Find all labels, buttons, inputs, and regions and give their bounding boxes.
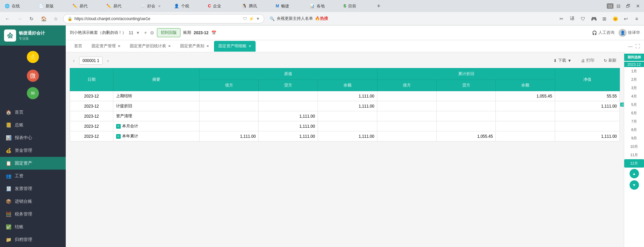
haohui-label: 好会 <box>147 3 155 9</box>
print-btn[interactable]: 🖨 打印 <box>578 56 598 65</box>
browser-tab-yidai1[interactable]: ✏️ 易代 <box>69 1 103 11</box>
period-month-7[interactable]: 7月 <box>624 117 644 126</box>
period-month-9[interactable]: 9月 <box>624 134 644 142</box>
period-month-1[interactable]: 1月 <box>624 67 644 75</box>
tab-asset-detail-ledger[interactable]: 固定资产明细账 ✕ <box>214 41 256 52</box>
browser-restore-btn[interactable]: 🗗 <box>624 1 633 11</box>
tab-asset-category-close[interactable]: ✕ <box>206 44 209 48</box>
sidebar-item-sales-ledger[interactable]: 📦 进销台账 <box>0 195 66 208</box>
sidebar-item-reports[interactable]: 📊 报表中心 <box>0 131 66 144</box>
tab-asset-detail-ledger-close[interactable]: ✕ <box>249 44 251 48</box>
url-box[interactable]: 🔒 https://cloud.chanjet.com/accounting/u… <box>63 14 264 23</box>
browser-tab-muqian[interactable]: S 目前 <box>340 1 374 11</box>
sidebar-item-funds[interactable]: 💰 资金管理 <box>0 144 66 157</box>
period-month-3[interactable]: 3月 <box>624 84 644 92</box>
online-favicon: 🌐 <box>5 4 10 8</box>
shield2-icon[interactable]: 🛡 <box>578 14 588 23</box>
period-scroll-up[interactable]: ▲ <box>630 169 639 178</box>
scissors-icon[interactable]: ✂ <box>557 14 566 23</box>
theme-icon[interactable]: 🌞 <box>610 14 620 23</box>
grid-icon[interactable]: ⊞ <box>600 14 609 23</box>
sidebar-item-closing[interactable]: ✅ 结账 <box>0 221 66 233</box>
sidebar-item-tax[interactable]: 🧮 税务管理 <box>0 208 66 221</box>
tab-count-badge[interactable]: 11 <box>607 3 613 9</box>
support-btn[interactable]: 🎧 人工咨询 <box>592 30 614 36</box>
sidebar-item-archive[interactable]: 📁 归档管理 <box>0 233 66 246</box>
browser-close-btn[interactable]: ✕ <box>633 1 643 11</box>
browser-tab-haohui[interactable]: ☁️ 好会 ✕ <box>137 1 170 11</box>
period-month-6[interactable]: 6月 <box>624 109 644 117</box>
browser-tab-tengxun[interactable]: 🐧 腾讯 <box>238 1 272 11</box>
browser-menu-btn[interactable]: ⊟ <box>614 1 623 11</box>
period-month-4[interactable]: 4月 <box>624 92 644 101</box>
switch-version-btn[interactable]: 切到旧版 <box>157 28 180 37</box>
reload-btn[interactable]: ↻ <box>27 14 36 23</box>
dropdown-icon[interactable]: ▼ <box>136 30 140 35</box>
expand-tab-btn[interactable]: ⛶ <box>635 44 640 49</box>
home-icon: 🏠 <box>5 109 11 115</box>
page-input[interactable]: 000001 1 <box>79 57 103 65</box>
user-info[interactable]: 👤 徐译华 <box>619 29 640 37</box>
changjie-favicon: M <box>276 4 279 8</box>
more-icon[interactable]: ≡ <box>632 14 641 23</box>
tab-depreciation-stats-close[interactable]: ✕ <box>168 44 171 48</box>
period-month-11[interactable]: 11月 <box>624 151 644 159</box>
sidebar-label-general-ledger: 总账 <box>15 122 23 128</box>
topbar-right: 🎧 人工咨询 👤 徐译华 <box>592 29 640 37</box>
search-text: 央视更新主持人名单 <box>277 16 313 21</box>
tab-fixed-asset-management[interactable]: 固定资产管理 ✕ <box>87 41 125 52</box>
star-quick-btn[interactable]: ⭐ <box>27 51 39 63</box>
add-account-btn[interactable]: + <box>144 30 147 36</box>
weibo-quick-btn[interactable]: 微 <box>27 70 39 82</box>
row4-date: 2023-12 <box>70 121 113 131</box>
game-icon[interactable]: 🎮 <box>589 14 598 23</box>
browser-tab-changjie[interactable]: M 畅捷 <box>272 1 306 11</box>
period-month-10[interactable]: 10月 <box>624 142 644 151</box>
mail-quick-btn[interactable]: ✉ <box>27 87 39 99</box>
tab-depreciation-stats[interactable]: 固定资产折旧统计表 ✕ <box>125 41 175 52</box>
period-month-5[interactable]: 5月 <box>624 101 644 109</box>
th-accumulated-dep: 累计折旧 <box>377 68 555 80</box>
tab-expand-area: — ⛶ <box>628 44 640 49</box>
search-bar[interactable]: 🔍 央视更新主持人名单 🔥热搜 <box>270 16 328 21</box>
tab-home[interactable]: 首页 <box>70 41 87 52</box>
browser-tab-online[interactable]: 🌐 在线 <box>1 1 35 11</box>
new-tab-btn[interactable]: + <box>374 1 383 11</box>
translate-icon[interactable]: 译 <box>568 14 577 23</box>
period-month-8[interactable]: 8月 <box>624 126 644 134</box>
period-month-12[interactable]: 12月 <box>624 159 644 168</box>
settings-small-btn[interactable]: ⚙ <box>150 30 154 36</box>
tab-fixed-asset-management-close[interactable]: ✕ <box>118 44 120 48</box>
row5-dep-credit: 1,055.45 <box>436 131 496 141</box>
browser-tab-geshui[interactable]: 👤 个税 <box>171 1 204 11</box>
row1-summary: 上期结转 <box>113 91 199 101</box>
sidebar-label-funds: 资金管理 <box>15 147 32 153</box>
period-scroll-down[interactable]: ▼ <box>630 180 639 190</box>
prev-page-btn[interactable]: ‹ <box>70 57 78 65</box>
bookmark-btn[interactable]: ☆ <box>51 14 60 23</box>
back-btn[interactable]: ← <box>3 14 12 23</box>
browser-tab-new[interactable]: 📄 新版 <box>35 1 69 11</box>
new-favicon: 📄 <box>39 4 44 8</box>
period-month-2[interactable]: 2月 <box>624 75 644 84</box>
minimize-tab-btn[interactable]: — <box>628 44 633 49</box>
sidebar-item-home[interactable]: 🏠 首页 <box>0 106 66 119</box>
forward-btn[interactable]: → <box>15 14 24 23</box>
url-text: https://cloud.chanjet.com/accounting/uw1… <box>74 16 241 21</box>
home-btn[interactable]: 🏠 <box>39 14 48 23</box>
next-page-btn[interactable]: › <box>104 57 112 65</box>
sidebar-item-general-ledger[interactable]: 📒 总账 <box>0 119 66 131</box>
period-label: 账期 <box>183 30 191 36</box>
browser-tab-qiye[interactable]: C 企业 <box>205 1 238 11</box>
download-btn[interactable]: ⬇ 下载 ▼ <box>550 56 575 65</box>
sidebar-item-payroll[interactable]: 👥 工资 <box>0 170 66 182</box>
calendar-icon[interactable]: 📅 <box>211 30 216 35</box>
history-back-icon[interactable]: ↩ <box>621 14 631 23</box>
sidebar-item-fixed-assets[interactable]: 📋 固定资产 <box>0 157 66 170</box>
sidebar-item-invoice[interactable]: 🧾 发票管理 <box>0 182 66 195</box>
browser-tab-gedi[interactable]: 📊 各地 <box>306 1 340 11</box>
browser-tab-yidai2[interactable]: ✏️ 易代 <box>103 1 137 11</box>
tab-asset-category[interactable]: 固定资产类别 ✕ <box>176 41 213 52</box>
haohui-close[interactable]: ✕ <box>157 4 161 9</box>
refresh-btn[interactable]: ↻ 刷新 <box>600 56 620 65</box>
